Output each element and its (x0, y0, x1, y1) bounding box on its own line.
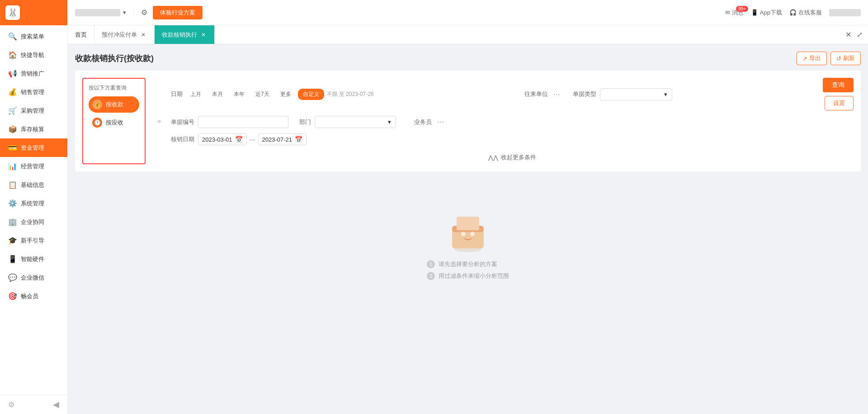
date-filter-field: 日期 上月 本月 本年 近7天 更多 自定义 不限 至 2023-07-26 (171, 89, 374, 100)
receipt-option-icon: 💰 (92, 100, 102, 109)
member-icon: 🎯 (8, 292, 17, 300)
empty-hint-1: 1 请先选择要分析的方案 (427, 260, 509, 268)
sidebar-item-marketing[interactable]: 📢营销推广 (0, 64, 67, 83)
chevron-up-icon: ⋀⋀ (488, 154, 498, 161)
doc-type-label: 单据类型 (573, 90, 596, 98)
sidebar-item-system[interactable]: ⚙️系统管理 (0, 194, 67, 213)
sidebar-item-business[interactable]: 📊经营管理 (0, 157, 67, 176)
filter-by-receivable[interactable]: 🕐 按应收 (89, 114, 139, 131)
date-btn-custom[interactable]: 自定义 (298, 89, 324, 100)
staff-field: 业务员 ··· (414, 117, 446, 127)
close-tab-icon[interactable]: ✕ (845, 30, 851, 39)
sidebar-item-basic-info[interactable]: 📋基础信息 (0, 176, 67, 194)
tab-home[interactable]: 首页 (68, 25, 94, 44)
topbar-right: ✉ 消息 99+ 📱 App下载 🎧 在线客服 (725, 9, 861, 17)
app-download-btn[interactable]: 📱 App下载 (751, 9, 782, 17)
collapse-more-btn[interactable]: ⋀⋀ 收起更多条件 (171, 151, 854, 164)
basic-info-label: 基础信息 (21, 181, 44, 189)
empty-hints: 1 请先选择要分析的方案 2 用过滤条件来缩小分析范围 (427, 260, 509, 280)
counterpart-selector[interactable]: ··· (552, 90, 562, 99)
export-icon: ↗ (802, 55, 807, 62)
online-service-btn[interactable]: 🎧 在线客服 (789, 9, 822, 17)
sidebar-item-member[interactable]: 🎯畅会员 (0, 287, 67, 305)
refresh-icon: ↺ (836, 55, 841, 62)
guide-icon: 🎓 (8, 236, 17, 245)
filter-by-receipt[interactable]: 💰 按收款 (89, 96, 139, 113)
date-btn-last-month[interactable]: 上月 (186, 89, 205, 100)
svg-point-5 (470, 232, 475, 236)
page-actions: ↗ 导出 ↺ 刷新 (797, 52, 861, 65)
settings-bottom-icon[interactable]: ⚙ (8, 400, 14, 409)
date-btn-more[interactable]: 更多 (276, 89, 295, 100)
export-btn[interactable]: ↗ 导出 (797, 52, 827, 65)
dept-label: 部门 (299, 118, 311, 126)
company-selector[interactable]: ▾ (75, 9, 126, 16)
sidebar-item-sales[interactable]: 💰销售管理 (0, 83, 67, 101)
sidebar-item-guide[interactable]: 🎓新手引导 (0, 231, 67, 250)
filter-fields: 日期 上月 本月 本年 近7天 更多 自定义 不限 至 2023-07-26 往… (171, 78, 854, 164)
receipt-option-label: 按收款 (106, 100, 123, 109)
service-icon: 🎧 (789, 9, 797, 16)
business-icon: 📊 (8, 162, 17, 171)
page-title: 收款核销执行(按收款) (75, 53, 154, 64)
dept-select[interactable]: ▾ (315, 116, 396, 128)
date-btn-7days[interactable]: 近7天 (251, 89, 274, 100)
refresh-btn[interactable]: ↺ 刷新 (830, 52, 861, 65)
filter-row-1: 日期 上月 本月 本年 近7天 更多 自定义 不限 至 2023-07-26 往… (171, 78, 854, 110)
receivable-option-icon: 🕐 (92, 118, 102, 128)
date-btn-this-year[interactable]: 本年 (230, 89, 249, 100)
filter-scheme-title: 按以下方案查询 (89, 84, 139, 92)
tab-prepay[interactable]: 预付冲应付单 ✕ (94, 25, 155, 44)
sidebar-item-purchase[interactable]: 🛒采购管理 (0, 101, 67, 120)
enterprise-label: 企业协同 (21, 218, 44, 226)
hardware-icon: 📱 (8, 255, 17, 263)
chevron-down-icon[interactable]: ▾ (123, 9, 126, 16)
filter-settings-btn[interactable]: 设置 (825, 96, 854, 110)
messages-btn[interactable]: ✉ 消息 99+ (725, 9, 744, 17)
tab-receipt-writeoff[interactable]: 收款核销执行 ✕ (155, 25, 215, 44)
sidebar-item-quick-nav[interactable]: 🏠快捷导航 (0, 46, 67, 64)
doc-type-select[interactable]: ▾ (600, 88, 672, 100)
tab-actions: ✕ ⤢ (840, 25, 868, 44)
date-hint: 不限 至 2023-07-26 (327, 90, 374, 98)
svg-point-4 (461, 232, 466, 236)
quick-nav-label: 快捷导航 (21, 51, 44, 59)
sidebar-item-finance[interactable]: 💳资金管理 (0, 138, 67, 157)
sales-label: 销售管理 (21, 88, 44, 96)
sidebar-collapse-btn[interactable]: ◀ (53, 400, 59, 409)
date-btn-this-month[interactable]: 本月 (208, 89, 227, 100)
logo-icon: 🐰 (5, 5, 20, 20)
solution-btn[interactable]: 体验行业方案 (153, 6, 203, 19)
sidebar-item-search-menu[interactable]: 🔍搜索菜单 (0, 27, 67, 46)
doc-no-input[interactable] (198, 116, 288, 128)
receipt-tab-close[interactable]: ✕ (200, 31, 207, 38)
sidebar-item-hardware[interactable]: 📱智能硬件 (0, 250, 67, 268)
sidebar: 🐰 畅捷通好生意 标准版 🔍搜索菜单🏠快捷导航📢营销推广💰销售管理🛒采购管理📦库… (0, 0, 68, 414)
staff-label: 业务员 (414, 118, 432, 126)
gear-icon[interactable]: ⚙ (141, 8, 147, 17)
sidebar-item-enterprise[interactable]: 🏢企业协同 (0, 213, 67, 231)
message-icon: ✉ (725, 9, 730, 16)
doc-no-label: 单据编号 (171, 118, 194, 126)
username-display (829, 9, 861, 16)
system-label: 系统管理 (21, 200, 44, 208)
sidebar-item-inventory[interactable]: 📦库存核算 (0, 120, 67, 138)
writeoff-end-date[interactable]: 2023-07-21 📅 (258, 133, 307, 145)
expand-tab-icon[interactable]: ⤢ (857, 30, 863, 39)
marketing-label: 营销推广 (21, 70, 44, 78)
sales-icon: 💰 (8, 88, 17, 96)
filter-collapse-btn[interactable]: » (155, 78, 164, 164)
sidebar-item-wechat[interactable]: 💬企业微信 (0, 268, 67, 287)
basic-info-icon: 📋 (8, 181, 17, 189)
marketing-icon: 📢 (8, 69, 17, 78)
business-label: 经营管理 (21, 162, 44, 171)
filter-actions: 查询 设置 (823, 78, 854, 110)
prepay-tab-close[interactable]: ✕ (140, 31, 147, 38)
writeoff-start-date[interactable]: 2023-03-01 📅 (198, 133, 247, 145)
staff-selector[interactable]: ··· (435, 117, 446, 127)
hardware-label: 智能硬件 (21, 255, 44, 263)
wechat-label: 企业微信 (21, 274, 44, 282)
query-btn[interactable]: 查询 (823, 78, 854, 92)
sidebar-nav: 🔍搜索菜单🏠快捷导航📢营销推广💰销售管理🛒采购管理📦库存核算💳资金管理📊经营管理… (0, 25, 67, 395)
dept-chevron-icon: ▾ (388, 119, 391, 125)
